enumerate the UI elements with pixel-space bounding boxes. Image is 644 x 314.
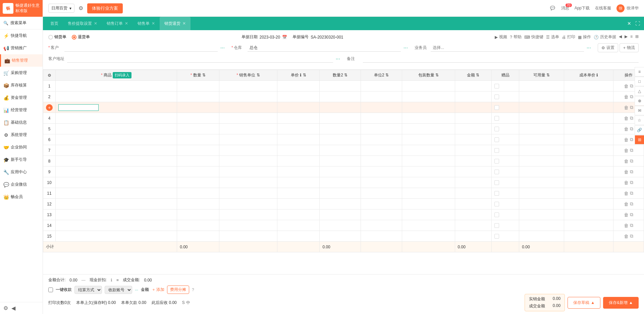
row-qty-cell[interactable] [177,91,219,102]
row-goods-cell[interactable] [56,134,177,145]
row-available-cell[interactable] [519,113,564,124]
row-qty2-cell[interactable] [320,124,361,134]
row-qty-cell[interactable] [177,102,219,113]
row-price-cell[interactable] [277,231,320,242]
right-tool-8[interactable]: ⊞ [635,135,644,144]
row-amount-cell[interactable] [455,91,491,102]
row-delete-icon[interactable]: 🗑 [624,234,629,239]
settings-btn[interactable]: ⚙ 设置 [598,43,618,52]
add-payment-btn[interactable]: ＋ 添加 [152,287,164,293]
row-cost-price-cell[interactable] [564,167,613,177]
row-pkg-qty-cell[interactable] [402,231,455,242]
row-delete-icon[interactable]: 🗑 [624,83,629,89]
row-price-cell[interactable] [277,91,320,102]
row-pkg-qty-cell[interactable] [402,199,455,209]
row-unit-cell[interactable] [219,124,277,134]
row-unit2-cell[interactable] [361,113,402,124]
gift-checkbox[interactable] [494,234,499,239]
row-pkg-qty-cell[interactable] [402,124,455,134]
row-goods-cell[interactable] [56,220,177,231]
row-goods-cell[interactable] [56,113,177,124]
row-cost-price-cell[interactable] [564,145,613,156]
right-tool-4[interactable]: ⊕ [635,96,644,106]
app-download-link[interactable]: App下载 [575,5,590,11]
gift-checkbox[interactable] [494,212,499,217]
tab-return[interactable]: 销货退货 ✕ [160,17,191,30]
row-price-cell[interactable] [277,81,320,91]
row-copy-icon[interactable]: ⧉ [630,147,633,153]
gift-checkbox[interactable] [494,202,499,206]
row-delete-icon[interactable]: 🗑 [624,201,629,207]
payment-method-select[interactable]: 结算方式 [74,286,102,294]
row-available-cell[interactable] [519,209,564,220]
row-qty2-cell[interactable] [320,134,361,145]
row-goods-cell[interactable] [56,81,177,91]
tab-home[interactable]: 首页 [46,17,63,30]
row-amount-cell[interactable] [455,188,491,199]
right-tool-6[interactable]: ☆ [635,116,644,125]
row-copy-icon[interactable]: ⧉ [630,190,633,196]
row-copy-icon[interactable]: ⧉ [630,105,633,110]
row-qty2-cell[interactable] [320,220,361,231]
gift-checkbox[interactable] [494,137,499,142]
sidebar-item-huiyuan[interactable]: 👑 畅会员 [0,191,43,203]
row-amount-cell[interactable] [455,167,491,177]
view-list-icon[interactable]: ≡ [630,34,633,40]
row-unit-cell[interactable] [219,199,277,209]
row-price-cell[interactable] [277,102,320,113]
row-qty-cell[interactable] [177,113,219,124]
row-qty2-cell[interactable] [320,102,361,113]
settings-bottom-icon[interactable]: ⚙ [3,305,8,311]
row-available-cell[interactable] [519,102,564,113]
row-copy-icon[interactable]: ⧉ [630,83,633,89]
row-qty2-cell[interactable] [320,199,361,209]
logistics-btn[interactable]: + 物流 [620,43,639,52]
row-pkg-qty-cell[interactable] [402,134,455,145]
row-pkg-qty-cell[interactable] [402,113,455,124]
row-copy-icon[interactable]: ⧉ [630,137,633,142]
row-delete-icon[interactable]: 🗑 [624,191,629,196]
row-unit2-cell[interactable] [361,145,402,156]
topbar-gear-icon[interactable]: ⚙ [78,5,83,11]
tab-close-all-btn[interactable]: ✕ [626,20,633,27]
sidebar-item-zijin[interactable]: 💰 资金管理 [0,91,43,104]
row-available-cell[interactable] [519,124,564,134]
row-cost-price-cell[interactable] [564,156,613,167]
split-help-icon[interactable]: ? [192,288,194,292]
row-cost-price-cell[interactable] [564,124,613,134]
row-price-cell[interactable] [277,145,320,156]
action-select[interactable]: ☰ 选单 [546,34,559,40]
row-price-cell[interactable] [277,156,320,167]
staff-dots-btn[interactable]: ··· [587,45,591,51]
sidebar-item-xiaoshou[interactable]: 💼 销售管理 [0,54,43,67]
row-pkg-qty-cell[interactable] [402,145,455,156]
action-shortcut[interactable]: ⌨ 快捷键 [524,34,543,40]
row-pkg-qty-cell[interactable] [402,81,455,91]
row-qty2-cell[interactable] [320,167,361,177]
sidebar-search[interactable]: 🔍 搜索菜单 [0,17,43,29]
gift-checkbox[interactable] [494,148,499,153]
row-qty-cell[interactable] [177,81,219,91]
gift-checkbox[interactable] [494,159,499,164]
add-row-btn[interactable]: + [46,104,53,111]
trial-btn[interactable]: 体验行业方案 [87,3,123,13]
row-amount-cell[interactable] [455,231,491,242]
row-cost-price-cell[interactable] [564,102,613,113]
row-pkg-qty-cell[interactable] [402,220,455,231]
sidebar-item-kucun[interactable]: 📦 库存核算 [0,79,43,91]
row-qty-cell[interactable] [177,145,219,156]
row-price-cell[interactable] [277,209,320,220]
right-tool-1[interactable]: ≡ [635,67,644,76]
row-unit2-cell[interactable] [361,220,402,231]
row-goods-cell[interactable] [56,145,177,156]
discount-info-icon[interactable]: ℹ [111,278,112,282]
row-pkg-qty-cell[interactable] [402,209,455,220]
row-cost-price-cell[interactable] [564,209,613,220]
row-unit-cell[interactable] [219,220,277,231]
row-cost-price-cell[interactable] [564,91,613,102]
row-amount-cell[interactable] [455,220,491,231]
row-unit2-cell[interactable] [361,177,402,188]
row-price-cell[interactable] [277,134,320,145]
row-available-cell[interactable] [519,134,564,145]
gift-checkbox[interactable] [494,84,499,88]
